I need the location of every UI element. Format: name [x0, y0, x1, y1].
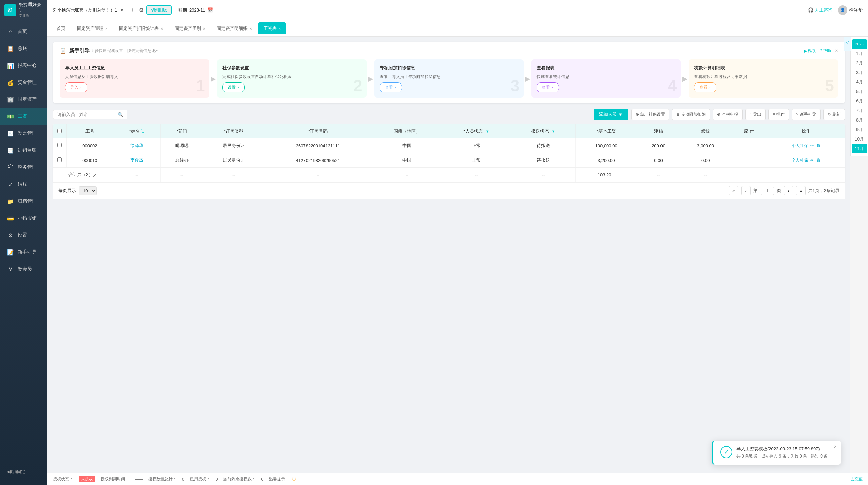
- employee-name[interactable]: 徐泽华: [113, 138, 161, 153]
- tab-工资表[interactable]: 工资表×: [258, 22, 286, 34]
- delete-btn[interactable]: 🗑: [816, 158, 821, 163]
- nav-icon-funds: 💰: [7, 79, 14, 86]
- action-导出-btn[interactable]: ↑导出: [745, 109, 766, 120]
- edit-btn[interactable]: ✏: [810, 143, 814, 148]
- tab-close-btn[interactable]: ×: [250, 26, 252, 31]
- action-刷新-btn[interactable]: ↺刷新: [823, 109, 845, 120]
- month-item-3[interactable]: 3月: [852, 68, 867, 77]
- sidebar-item-payroll[interactable]: 💵 工资: [0, 108, 47, 125]
- social-insurance-link[interactable]: 个人社保: [792, 158, 808, 163]
- sidebar-logo: 好 畅捷通好会计 专业版: [0, 0, 47, 20]
- add-account-btn[interactable]: ＋: [130, 6, 135, 14]
- first-page-btn[interactable]: «: [729, 186, 738, 195]
- search-icon[interactable]: 🔍: [118, 112, 123, 117]
- last-page-btn[interactable]: »: [796, 186, 806, 195]
- guide-video-btn[interactable]: ▶ 视频: [804, 48, 816, 54]
- sidebar-item-close[interactable]: ✓ 结账: [0, 176, 47, 193]
- edit-btn[interactable]: ✏: [810, 158, 814, 163]
- social-insurance-link[interactable]: 个人社保: [792, 143, 808, 148]
- action-专项附加扣除-btn[interactable]: ⊕专项附加扣除: [672, 109, 710, 120]
- footer-dash-9: --: [680, 168, 731, 182]
- row-checkbox[interactable]: [53, 153, 66, 168]
- tab-close-btn[interactable]: ×: [161, 26, 163, 31]
- right-panel: ◁ 2023.11 12月20231月2月3月4月5月6月7月8月9月10月11…: [850, 20, 868, 156]
- go-buy-link[interactable]: 去充值: [850, 476, 863, 482]
- guide-close-btn[interactable]: ×: [835, 48, 838, 54]
- month-item-2[interactable]: 2月: [852, 58, 867, 68]
- col-checkbox[interactable]: [53, 124, 66, 138]
- row-checkbox[interactable]: [53, 138, 66, 153]
- month-item-6[interactable]: 6月: [852, 96, 867, 106]
- tab-固定资产管理[interactable]: 固定资产管理×: [72, 22, 113, 34]
- month-item-2023[interactable]: 2023: [852, 39, 867, 49]
- action-操作-btn[interactable]: ≡操作: [768, 109, 789, 120]
- toast-desc: 共 9 条数据，成功导入 9 条，失败 0 条，跳过 0 条: [736, 453, 828, 459]
- used-label: 授权数量总计：: [148, 476, 177, 482]
- step-btn-1[interactable]: 导入＞: [65, 82, 87, 92]
- period-value: 2023-11: [189, 7, 205, 13]
- sidebar-item-archive[interactable]: 📁 归档管理: [0, 193, 47, 210]
- nav-label-assets: 固定资产: [18, 96, 37, 102]
- sidebar-item-ledger[interactable]: 📋 总账: [0, 40, 47, 57]
- step-btn-4[interactable]: 查看＞: [537, 82, 559, 92]
- sidebar-item-reports[interactable]: 📊 报表中心: [0, 57, 47, 74]
- page-input[interactable]: [761, 187, 774, 195]
- month-item-11[interactable]: 11月: [852, 144, 867, 153]
- next-page-btn[interactable]: ›: [784, 186, 793, 195]
- current-value: 0: [216, 477, 218, 482]
- month-item-4[interactable]: 4月: [852, 77, 867, 87]
- employee-name[interactable]: 李俊杰: [113, 153, 161, 168]
- tab-close-btn[interactable]: ×: [105, 26, 107, 31]
- sidebar-item-invoice[interactable]: 🧾 发票管理: [0, 125, 47, 142]
- step-btn-3[interactable]: 查看＞: [380, 82, 402, 92]
- month-item-7[interactable]: 7月: [852, 106, 867, 115]
- calendar-icon[interactable]: 📅: [208, 7, 213, 13]
- delete-btn[interactable]: 🗑: [816, 143, 821, 148]
- cancel-fixed-btn[interactable]: ◂取消固定: [7, 469, 41, 475]
- employee-ops[interactable]: 个人社保 ✏ 🗑: [767, 153, 845, 168]
- version-toggle-btn[interactable]: 切到旧版: [146, 5, 172, 15]
- sidebar-item-funds[interactable]: 💰 资金管理: [0, 74, 47, 91]
- add-employee-btn[interactable]: 添加人员 ▼: [594, 109, 628, 120]
- action-新手引导-btn[interactable]: ?新手引导: [792, 109, 821, 120]
- search-box[interactable]: 🔍: [53, 110, 127, 119]
- step-title-2: 社保参数设置: [222, 65, 361, 71]
- step-btn-2[interactable]: 设置＞: [222, 82, 245, 92]
- tab-close-btn[interactable]: ×: [279, 26, 281, 31]
- help-btn[interactable]: 🎧 人工咨询: [808, 7, 832, 13]
- action-个税申报-btn[interactable]: ⊕个税申报: [713, 109, 743, 120]
- per-page-select[interactable]: 10 20 50: [79, 186, 97, 195]
- sidebar-item-assets[interactable]: 🏢 固定资产: [0, 91, 47, 108]
- month-item-8[interactable]: 8月: [852, 115, 867, 125]
- app-name: 畅捷通好会计 专业版: [19, 2, 43, 18]
- sidebar-item-guide[interactable]: 📝 新手引导: [0, 244, 47, 261]
- month-item-5[interactable]: 5月: [852, 87, 867, 96]
- search-input[interactable]: [57, 112, 115, 117]
- month-item-1[interactable]: 1月: [852, 49, 867, 58]
- select-all-checkbox[interactable]: [57, 129, 62, 133]
- toast-close-btn[interactable]: ×: [834, 444, 837, 449]
- sidebar-item-vip[interactable]: V 畅会员: [0, 261, 47, 278]
- guide-help-btn[interactable]: ? 帮助: [820, 48, 831, 54]
- sidebar-item-purchase[interactable]: 📑 进销台账: [0, 142, 47, 159]
- month-item-10[interactable]: 10月: [852, 134, 867, 144]
- step-btn-5[interactable]: 查看＞: [694, 82, 716, 92]
- action-统一社保设置-btn[interactable]: ⊕统一社保设置: [631, 109, 669, 120]
- tab-固定资产类别[interactable]: 固定资产类别×: [170, 22, 210, 34]
- tab-固定资产折旧统计表[interactable]: 固定资产折旧统计表×: [114, 22, 168, 34]
- step-num-1: 1: [196, 76, 205, 95]
- toast-notification: × ✓ 导入工资表模板(2023-03-23 15:07:59.897) 共 9…: [712, 441, 841, 465]
- tab-固定资产明细账[interactable]: 固定资产明细账×: [212, 22, 257, 34]
- sidebar-item-home[interactable]: ⌂ 首页: [0, 23, 47, 40]
- guide-actions: ▶ 视频 ? 帮助 ×: [804, 48, 838, 54]
- prev-page-btn[interactable]: ‹: [741, 186, 751, 195]
- tab-close-btn[interactable]: ×: [203, 26, 205, 31]
- sidebar-item-tax[interactable]: 🏛 税务管理: [0, 159, 47, 176]
- account-dropdown-btn[interactable]: ▼: [120, 7, 124, 13]
- tab-首页[interactable]: 首页: [52, 22, 71, 34]
- month-item-9[interactable]: 9月: [852, 125, 867, 134]
- sidebar-item-expense[interactable]: 💳 小畅报销: [0, 210, 47, 227]
- settings-btn[interactable]: ⚙: [139, 7, 144, 13]
- sidebar-item-settings[interactable]: ⚙ 设置: [0, 227, 47, 244]
- employee-ops[interactable]: 个人社保 ✏ 🗑: [767, 138, 845, 153]
